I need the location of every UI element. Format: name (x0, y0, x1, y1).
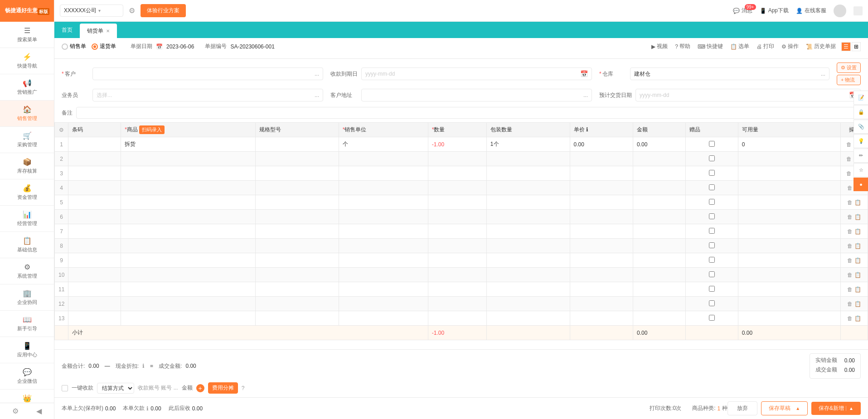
row-product[interactable] (121, 166, 256, 181)
view-list-btn[interactable]: ☰ (841, 42, 851, 51)
row-barcode[interactable] (68, 137, 121, 152)
row-gift[interactable] (685, 166, 738, 181)
row-spec[interactable] (256, 166, 339, 181)
delete-icon[interactable]: 🗑 (846, 213, 853, 221)
expected-date-input[interactable]: yyyy-mm-dd 📅 (635, 89, 861, 101)
warehouse-input[interactable]: 建材仓 ... (630, 67, 829, 80)
sidebar-item-search[interactable]: ☰ 搜索菜单 (0, 22, 54, 48)
row-gift[interactable] (685, 137, 738, 152)
sidebar-item-enterprise[interactable]: 🏢 企业协同 (0, 284, 54, 311)
row-unit[interactable] (339, 152, 428, 166)
copy-icon[interactable]: 📋 (853, 227, 862, 236)
action-btn[interactable]: ⚙ 操作 (780, 42, 800, 51)
float-star[interactable]: ☆ (853, 163, 868, 177)
copy-icon[interactable]: 📋 (853, 213, 862, 221)
tab-close-icon[interactable]: ✕ (106, 29, 110, 34)
tab-sales-order[interactable]: 销货单 ✕ (80, 24, 117, 38)
copy-icon[interactable]: 📋 (853, 271, 862, 279)
delete-icon[interactable]: 🗑 (845, 140, 853, 149)
row-unit[interactable]: 个 (339, 137, 428, 152)
sidebar-item-finance[interactable]: 💰 资金管理 (0, 179, 54, 206)
sidebar-item-basic[interactable]: 📋 基础信息 (0, 232, 54, 258)
delete-icon[interactable]: 🗑 (846, 271, 853, 279)
trial-button[interactable]: 体验行业方案 (141, 4, 186, 17)
row-pack-qty[interactable] (486, 152, 570, 166)
online-service-button[interactable]: 👤 在线客服 (796, 7, 826, 14)
delete-icon[interactable]: 🗑 (846, 198, 853, 207)
company-selector[interactable]: XXXXXX公司 ▾ (60, 5, 123, 17)
copy-icon[interactable]: 📋 (853, 300, 862, 308)
sidebar-item-guide[interactable]: 📖 新手引导 (0, 311, 54, 337)
settle-method-select[interactable]: 结算方式 (97, 383, 134, 394)
add-collect-btn[interactable]: + (196, 384, 204, 392)
sidebar-item-shortcut[interactable]: ⚡ 快捷导航 (0, 48, 54, 74)
expense-btn[interactable]: 费用分摊 (208, 382, 238, 394)
delete-icon[interactable]: 🗑 (846, 184, 853, 192)
float-edit[interactable]: ✏ (853, 149, 868, 163)
one-click-collect-checkbox[interactable] (62, 385, 68, 391)
help-circle-icon[interactable]: ? (242, 385, 245, 391)
row-product[interactable]: 拆货 (121, 137, 256, 152)
sidebar-item-wechat[interactable]: 💬 企业微信 (0, 363, 54, 390)
row-unit[interactable] (339, 166, 428, 181)
th-gear[interactable]: ⚙ (55, 123, 68, 137)
view-grid-btn[interactable]: ⊞ (852, 42, 861, 51)
row-amount[interactable]: 0.00 (633, 137, 686, 152)
sidebar-collapse-icon[interactable]: ◀ (36, 407, 42, 415)
user-avatar2[interactable] (853, 6, 863, 15)
history-btn[interactable]: 📜 历史单据 (804, 42, 838, 51)
delete-icon[interactable]: 🗑 (845, 169, 853, 178)
row-barcode[interactable] (68, 181, 121, 195)
row-barcode[interactable] (68, 166, 121, 181)
draft-button[interactable]: 保存草稿 ▲ (761, 401, 808, 415)
copy-icon[interactable]: 📋 (853, 198, 862, 207)
sidebar-item-purchase[interactable]: 🛒 采购管理 (0, 127, 54, 153)
row-product[interactable] (121, 152, 256, 166)
help-btn[interactable]: ? 帮助 (673, 42, 692, 51)
delete-icon[interactable]: 🗑 (846, 314, 853, 323)
row-barcode[interactable] (68, 152, 121, 166)
due-date-input[interactable]: yyyy-mm-dd 📅 (361, 67, 592, 80)
sidebar-item-sales[interactable]: 🏠 销售管理 (0, 101, 54, 127)
messages-button[interactable]: 💬 消息 99+ (733, 7, 752, 14)
shortcut-btn[interactable]: ⌨ 快捷键 (696, 42, 725, 51)
customer-input[interactable]: ... (92, 67, 323, 80)
note-input[interactable] (76, 107, 861, 119)
sidebar-item-system[interactable]: ⚙ 系统管理 (0, 258, 54, 284)
copy-icon[interactable]: 📋 (853, 314, 862, 323)
delete-icon[interactable]: 🗑 (845, 155, 853, 163)
scan-button[interactable]: 扫码录入 (139, 125, 165, 134)
row-product[interactable] (121, 181, 256, 195)
logistics-btn[interactable]: + 物流 (837, 75, 861, 85)
float-orange[interactable]: ● (853, 178, 868, 191)
row-unit-price[interactable] (570, 152, 633, 166)
return-radio[interactable]: 退货单 (92, 43, 116, 50)
delete-icon[interactable]: 🗑 (846, 242, 853, 250)
row-quantity[interactable]: -1.00 (428, 137, 486, 152)
sidebar-item-operations[interactable]: 📊 经营管理 (0, 206, 54, 232)
row-gift[interactable] (685, 152, 738, 166)
row-pack-qty[interactable] (486, 166, 570, 181)
account-dots[interactable]: 收款账号 账号 ... (138, 384, 178, 392)
delete-icon[interactable]: 🗑 (846, 227, 853, 236)
topbar-gear-icon[interactable]: ⚙ (127, 5, 137, 17)
float-attach[interactable]: 📎 (853, 120, 868, 134)
delete-icon[interactable]: 🗑 (846, 300, 853, 308)
sidebar-item-apps[interactable]: 📱 应用中心 (0, 337, 54, 363)
settings-btn[interactable]: ⚙ 设置 (837, 63, 861, 73)
select-btn[interactable]: 📋 选单 (728, 42, 751, 51)
row-amount[interactable] (633, 152, 686, 166)
copy-icon[interactable]: 📋 (853, 242, 862, 250)
row-quantity[interactable] (428, 166, 486, 181)
sidebar-item-member[interactable]: 👑 畅会员 (0, 390, 54, 403)
row-spec[interactable] (256, 152, 339, 166)
user-avatar[interactable] (834, 5, 846, 17)
delete-icon[interactable]: 🗑 (846, 256, 853, 265)
row-unit-price[interactable]: 0.00 (570, 137, 633, 152)
video-btn[interactable]: ▶ 视频 (650, 42, 669, 51)
sidebar-item-marketing[interactable]: 📢 营销推广 (0, 74, 54, 101)
app-download-button[interactable]: 📱 App下载 (760, 7, 789, 14)
tab-home[interactable]: 首页 (54, 22, 80, 38)
delete-icon[interactable]: 🗑 (846, 285, 853, 294)
row-unit-price[interactable] (570, 166, 633, 181)
